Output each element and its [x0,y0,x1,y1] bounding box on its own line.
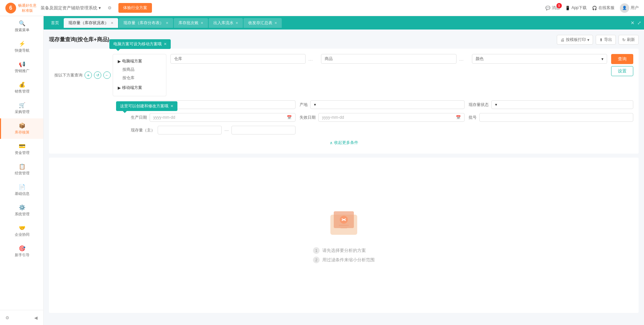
refresh-button[interactable]: ↻ 刷新 [619,35,639,45]
schema-label: 按以下方案查询 [54,72,83,78]
origin-select[interactable]: ▾ [310,100,464,109]
empty-step-2: 2 用过滤条件来缩小分析范围 [313,257,375,263]
schema-item-by-product[interactable]: 按商品 [116,65,163,74]
tab-close-icon-1[interactable]: ✕ [166,21,168,25]
arrow-icon: ▶ [118,59,121,64]
sidebar-item-operations[interactable]: 📋 经营管理 [0,159,43,180]
top-bar-left: 6 畅通好生意 标准版 装备及固定资产辅助管理系统 ▾ ⚙ 体验行业方案 [5,3,152,13]
print-dropdown-icon: ▾ [587,38,589,42]
tab-summary[interactable]: 收发存汇总表 ✕ [244,18,282,28]
origin-field: 产地 ▾ [300,100,464,109]
message-btn[interactable]: 💬 消息 9 [545,5,560,11]
sidebar-item-guide[interactable]: 🎯 新手引导 [0,241,43,262]
empty-state: 1 请先选择要分析的方案 2 用过滤条件来缩小分析范围 [49,178,639,293]
stock-status-field: 现存量状态 ▾ [469,100,633,109]
stock-main-to[interactable] [231,126,296,134]
export-button[interactable]: ⬆ 导出 [596,35,616,45]
tab-close-icon-4[interactable]: ✕ [274,21,277,25]
schema-section-mobile: ▶ 移动端方案 [116,84,163,92]
sidebar-item-sales[interactable]: 💰 销售管理 [0,77,43,98]
app-download-btn[interactable]: 📱 App下载 [565,5,587,11]
origin-label: 产地 [300,102,308,108]
target-icon: 🎯 [19,245,25,252]
logo-icon: 6 [5,3,16,13]
stock-main-field: 现存量（主） — [131,126,296,134]
stock-main-from[interactable] [158,126,222,134]
reset-button[interactable]: 设置 [611,66,633,76]
action-buttons: 查询 设置 [611,54,633,76]
app-container: 6 畅通好生意 标准版 装备及固定资产辅助管理系统 ▾ ⚙ 体验行业方案 💬 消… [0,0,644,325]
tab-inventory-distribution[interactable]: 现存量（库存分布表） ✕ [119,18,173,28]
page-title: 现存量查询(按仓库+商品) [49,36,109,43]
stock-status-label: 现存量状态 [469,102,489,108]
tab-batch-ledger[interactable]: 库存批次账 ✕ [174,18,208,28]
refresh-schema-btn[interactable]: ↺ [94,71,101,79]
gear-button[interactable]: ⚙ [105,3,114,13]
main-content: 现存量查询(按仓库+商品) 🖨 按模板打印 ▾ ⬆ 导出 ↻ [44,30,644,325]
warehouse-select[interactable]: 仓库 [170,54,306,64]
sidebar-item-finance[interactable]: 💳 资金管理 [0,139,43,159]
sidebar-item-quicknav[interactable]: ⚡ 快捷导航 [0,37,43,57]
empty-step-1: 1 请先选择要分析的方案 [313,247,375,254]
schema-tooltip-close[interactable]: ✕ [164,42,167,46]
tab-actions: ✕ ⤢ [631,20,641,25]
mfg-date-field: 生产日期 yyyy-mm-dd 📅 [131,113,296,122]
schema-section-title-desktop[interactable]: ▶ 电脑端方案 [116,57,163,65]
avatar: 👤 [620,3,629,13]
system-selector[interactable]: 装备及固定资产辅助管理系统 ▾ [41,5,101,11]
sidebar-item-inventory[interactable]: 📦 库存核算 [0,118,43,139]
batch-field: 批号 [469,113,633,122]
sidebar: 🔍 搜索菜单 ⚡ 快捷导航 📢 营销推广 💰 销售管理 🛒 采购管理 [0,16,44,325]
schema-tooltip-below: 这里可以创建和修改方案哦 ✕ [116,101,177,111]
schema-section-desktop: ▶ 电脑端方案 按商品 按仓库 [116,57,163,82]
tab-home[interactable]: 首页 [46,18,64,28]
stock-status-select[interactable]: ▾ [491,100,633,109]
schema-section-title-mobile[interactable]: ▶ 移动端方案 [116,84,163,92]
sidebar-item-system[interactable]: ⚙️ 系统管理 [0,200,43,221]
sidebar-item-collab[interactable]: 🤝 企业协同 [0,221,43,241]
calendar-icon-2: 📅 [456,115,461,120]
collapse-button[interactable]: ∧ 收起更多条件 [54,137,633,148]
tab-fullscreen-btn[interactable]: ⤢ [637,20,641,25]
batch-label: 批号 [469,115,477,120]
product-select[interactable]: 商品 [321,54,456,64]
sidebar-item-search[interactable]: 🔍 搜索菜单 [0,16,43,37]
user-area[interactable]: 👤 用户 [620,3,639,13]
empty-steps: 1 请先选择要分析的方案 2 用过滤条件来缩小分析范围 [313,247,375,266]
schema-item-by-warehouse[interactable]: 按仓库 [116,74,163,82]
message-badge: 9 [556,3,562,8]
empty-illustration [324,205,364,239]
industry-button[interactable]: 体验行业方案 [118,3,152,13]
add-schema-btn[interactable]: + [85,71,92,79]
back-schema-btn[interactable]: ← [103,71,111,79]
tab-close-icon-2[interactable]: ✕ [201,21,203,25]
search-button[interactable]: 查询 [611,54,633,64]
lightning-icon: ⚡ [19,41,25,47]
tab-close-icon-0[interactable]: ✕ [111,21,113,25]
tab-close-all-btn[interactable]: ✕ [631,20,635,25]
color-select[interactable]: 颜色 ▾ [472,54,607,64]
tab-bar: 首页 现存量（库存状况表） ✕ 现存量（库存分布表） ✕ 库存批次账 ✕ 出入库… [44,16,644,30]
mfg-date-input[interactable]: yyyy-mm-dd 📅 [150,113,296,122]
print-button[interactable]: 🖨 按模板打印 ▾ [557,35,593,45]
online-service-btn[interactable]: 🎧 在线客服 [592,5,614,11]
sidebar-collapse-btn[interactable]: ◀ [31,313,41,322]
exp-date-input[interactable]: yyyy-mm-dd 📅 [318,113,464,122]
filter-row-1: 仓库 ... 商品 ... 颜色 ▾ [170,54,607,64]
sidebar-item-marketing[interactable]: 📢 营销推广 [0,57,43,77]
sidebar-item-purchase[interactable]: 🛒 采购管理 [0,98,43,118]
tab-inout-flow[interactable]: 出入库流水 ✕ [209,18,243,28]
edit-tooltip-close[interactable]: ✕ [170,104,173,108]
collapse-icon: ∧ [330,141,333,145]
content-area: 首页 现存量（库存状况表） ✕ 现存量（库存分布表） ✕ 库存批次账 ✕ 出入库… [44,16,644,325]
batch-input[interactable] [479,113,633,122]
sidebar-item-basic-info[interactable]: 📄 基础信息 [0,180,43,200]
sidebar-settings-btn[interactable]: ⚙ [3,313,12,322]
product-dots[interactable]: ... [459,56,469,62]
exp-date-label: 失效日期 [300,115,316,120]
origin-dropdown-icon: ▾ [314,102,316,107]
svg-rect-5 [339,225,349,226]
warehouse-dots[interactable]: ... [308,56,318,62]
tab-inventory-status[interactable]: 现存量（库存状况表） ✕ [64,18,118,28]
tab-close-icon-3[interactable]: ✕ [235,21,238,25]
